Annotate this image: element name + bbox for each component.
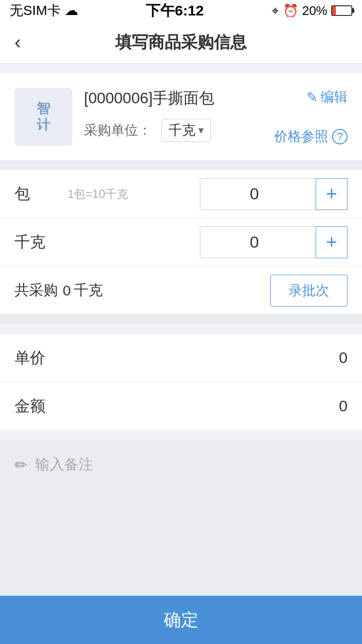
battery-percent: 20% — [302, 3, 327, 18]
back-button[interactable]: ‹ — [14, 31, 21, 53]
section-divider-1 — [0, 160, 362, 170]
total-value: 0 — [63, 282, 71, 299]
unit-select[interactable]: 千克 ▾ — [161, 119, 211, 142]
dropdown-arrow-icon: ▾ — [198, 124, 204, 137]
remark-placeholder: 输入备注 — [35, 455, 93, 475]
bag-input-group: + — [200, 178, 348, 210]
quantity-section: 包 1包=10千克 + 千克 + — [0, 170, 362, 266]
location-icon: ⌖ — [272, 3, 279, 18]
help-icon: ? — [332, 129, 348, 144]
product-card: 智 计 [0000006]手撕面包 采购单位： 千克 ▾ ✎ 编辑 价格参照 ? — [0, 73, 362, 160]
edit-button[interactable]: ✎ 编辑 — [306, 88, 348, 106]
price-value: 0 — [339, 349, 348, 367]
unit-value: 千克 — [168, 121, 195, 140]
status-bar: 无SIM卡 ☁ 下午6:12 ⌖ ⏰ 20% — [0, 0, 362, 21]
battery-icon — [331, 5, 352, 16]
kg-input-group: + — [200, 226, 348, 258]
bag-quantity-input[interactable] — [200, 178, 316, 210]
section-divider-2 — [0, 315, 362, 324]
product-logo: 智 计 — [37, 100, 50, 133]
confirm-button[interactable]: 确定 — [0, 596, 362, 644]
edit-label: 编辑 — [320, 88, 348, 106]
kg-plus-button[interactable]: + — [316, 226, 348, 258]
product-image: 智 计 — [14, 88, 72, 146]
status-time: 下午6:12 — [146, 1, 204, 21]
price-ref-button[interactable]: 价格参照 ? — [274, 127, 348, 146]
amount-value: 0 — [339, 397, 348, 415]
pencil-icon: ✏ — [14, 456, 28, 474]
alarm-icon: ⏰ — [283, 3, 298, 18]
bag-input-row: 包 1包=10千克 + — [0, 170, 362, 218]
kg-quantity-input[interactable] — [200, 226, 316, 258]
unit-label: 采购单位： — [84, 121, 152, 140]
total-row: 共采购 0 千克 录批次 — [0, 266, 362, 315]
amount-label: 金额 — [14, 396, 45, 417]
price-label: 单价 — [14, 348, 45, 369]
batch-button[interactable]: 录批次 — [270, 275, 348, 307]
total-unit: 千克 — [74, 280, 103, 300]
bag-plus-button[interactable]: + — [316, 178, 348, 210]
bag-label: 包 — [14, 183, 63, 205]
page-header: ‹ 填写商品采购信息 — [0, 21, 362, 64]
price-amount-section: 单价 0 金额 0 — [0, 334, 362, 431]
page-title: 填写商品采购信息 — [115, 31, 247, 54]
edit-icon: ✎ — [306, 89, 318, 105]
total-label: 共采购 — [14, 280, 58, 300]
kg-input-row: 千克 + — [0, 218, 362, 266]
remark-section[interactable]: ✏ 输入备注 — [0, 440, 362, 489]
sim-label: 无SIM卡 ☁ — [10, 1, 78, 20]
bag-sublabel: 1包=10千克 — [68, 186, 128, 202]
status-right: ⌖ ⏰ 20% — [272, 3, 352, 18]
kg-label: 千克 — [14, 232, 63, 253]
price-ref-label: 价格参照 — [274, 127, 328, 146]
amount-row: 金额 0 — [0, 382, 362, 431]
status-left: 无SIM卡 ☁ — [10, 1, 78, 20]
price-row: 单价 0 — [0, 334, 362, 382]
